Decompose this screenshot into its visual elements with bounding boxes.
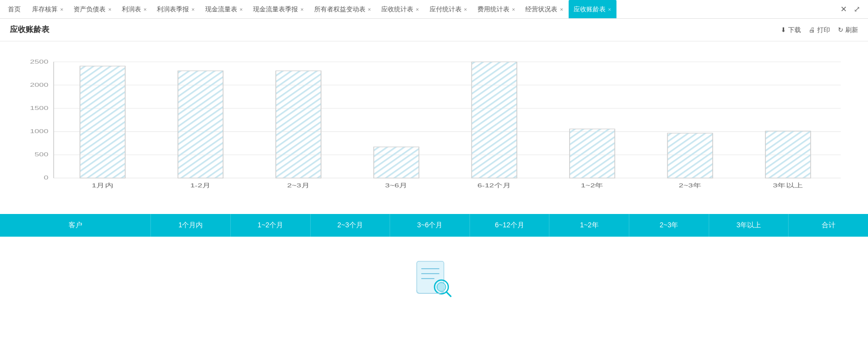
- tab-close-ar-stats[interactable]: ×: [416, 6, 419, 12]
- bar-3-6month: [374, 147, 419, 178]
- tab-inventory[interactable]: 库存核算×: [27, 0, 69, 19]
- tab-label-ap-stats: 应付统计表: [430, 5, 462, 14]
- tab-ar-stats[interactable]: 应收统计表×: [376, 0, 424, 19]
- tab-ar-aging[interactable]: 应收账龄表×: [569, 0, 616, 19]
- table-header-cell-9: 合计: [789, 214, 868, 237]
- svg-text:500: 500: [35, 151, 48, 158]
- table-header-cell-8: 3年以上: [709, 214, 789, 237]
- tab-cashflow[interactable]: 现金流量表×: [200, 0, 248, 19]
- svg-text:2500: 2500: [30, 58, 48, 65]
- tab-label-profit-quarterly: 利润表季报: [157, 5, 189, 14]
- tab-close-balance-sheet[interactable]: ×: [108, 6, 111, 12]
- page-title: 应收账龄表: [10, 25, 49, 35]
- header-actions: ⬇ 下载 🖨 打印 ↻ 刷新: [781, 26, 858, 35]
- table-header-cell-1: 1个月内: [151, 214, 231, 237]
- tab-operations[interactable]: 经营状况表×: [520, 0, 568, 19]
- svg-text:1500: 1500: [30, 105, 48, 111]
- print-button[interactable]: 🖨 打印: [809, 26, 830, 35]
- svg-point-27: [437, 283, 446, 291]
- download-icon: ⬇: [781, 26, 786, 34]
- tab-label-cashflow: 现金流量表: [205, 5, 237, 14]
- main-content: 0 500 1000 1500 2000 2500: [0, 41, 868, 355]
- tab-label-ar-stats: 应收统计表: [381, 5, 413, 14]
- tab-label-equity: 所有者权益变动表: [314, 5, 365, 14]
- empty-state: [0, 237, 868, 320]
- tab-label-profit: 利润表: [122, 5, 141, 14]
- bar-2-3year: [667, 133, 713, 178]
- bar-1month: [80, 66, 125, 178]
- refresh-button[interactable]: ↻ 刷新: [838, 26, 858, 35]
- tab-close-cashflow-quarterly[interactable]: ×: [300, 6, 303, 12]
- svg-text:0: 0: [44, 175, 48, 181]
- svg-text:1月内: 1月内: [92, 182, 113, 189]
- svg-text:1~2年: 1~2年: [581, 182, 604, 189]
- download-button[interactable]: ⬇ 下载: [781, 26, 801, 35]
- bar-6-12month: [471, 62, 517, 178]
- window-close-button[interactable]: ✕: [838, 3, 849, 15]
- svg-text:2~3年: 2~3年: [679, 182, 701, 189]
- svg-text:2~3月: 2~3月: [287, 182, 310, 189]
- page-header: 应收账龄表 ⬇ 下载 🖨 打印 ↻ 刷新: [0, 19, 868, 41]
- svg-text:6-12个月: 6-12个月: [477, 182, 511, 189]
- table-header-cell-0: 客户: [0, 214, 151, 237]
- tab-ap-stats[interactable]: 应付统计表×: [425, 0, 472, 19]
- tab-close-ar-aging[interactable]: ×: [608, 6, 611, 12]
- empty-icon: [409, 256, 459, 301]
- table-header-cell-3: 2~3个月: [311, 214, 391, 237]
- table-header-cell-4: 3~6个月: [390, 214, 470, 237]
- svg-text:3~6月: 3~6月: [385, 182, 408, 189]
- tab-bar: 首页 库存核算×资产负债表×利润表×利润表季报×现金流量表×现金流量表季报×所有…: [0, 0, 868, 19]
- svg-text:3年以上: 3年以上: [773, 182, 803, 189]
- table-header-cell-6: 1~2年: [549, 214, 629, 237]
- svg-line-28: [446, 292, 451, 296]
- table-header-cell-5: 6~12个月: [470, 214, 550, 237]
- tab-bar-actions: ✕ ⤢: [838, 3, 866, 15]
- tab-label-cashflow-quarterly: 现金流量表季报: [253, 5, 298, 14]
- refresh-icon: ↻: [838, 26, 843, 34]
- svg-text:1000: 1000: [30, 128, 48, 135]
- tab-close-profit-quarterly[interactable]: ×: [191, 6, 194, 12]
- tab-close-equity[interactable]: ×: [368, 6, 371, 12]
- bar-chart: 0 500 1000 1500 2000 2500: [20, 51, 848, 199]
- tab-balance-sheet[interactable]: 资产负债表×: [69, 0, 116, 19]
- bar-1-2month: [178, 71, 223, 178]
- bar-2-3month: [276, 71, 321, 178]
- tab-label-operations: 经营状况表: [525, 5, 557, 14]
- window-maximize-button[interactable]: ⤢: [852, 3, 862, 15]
- tab-profit-quarterly[interactable]: 利润表季报×: [152, 0, 200, 19]
- tab-close-ap-stats[interactable]: ×: [464, 6, 467, 12]
- tab-close-inventory[interactable]: ×: [60, 6, 63, 12]
- svg-text:2000: 2000: [30, 81, 48, 88]
- tab-equity[interactable]: 所有者权益变动表×: [309, 0, 376, 19]
- chart-container: 0 500 1000 1500 2000 2500: [20, 51, 848, 199]
- table-header: 客户1个月内1~2个月2~3个月3~6个月6~12个月1~2年2~3年3年以上合…: [0, 214, 868, 237]
- tab-label-balance-sheet: 资产负债表: [73, 5, 106, 14]
- tab-cashflow-quarterly[interactable]: 现金流量表季报×: [248, 0, 309, 19]
- tab-close-profit[interactable]: ×: [144, 6, 146, 12]
- table-header-cell-2: 1~2个月: [231, 214, 311, 237]
- tab-expense-stats[interactable]: 费用统计表×: [472, 0, 520, 19]
- bar-1-2year: [570, 129, 615, 178]
- bar-3plus-year: [765, 131, 811, 178]
- chart-area: 0 500 1000 1500 2000 2500: [0, 41, 868, 214]
- tab-close-expense-stats[interactable]: ×: [512, 6, 515, 12]
- tab-close-cashflow[interactable]: ×: [240, 6, 243, 12]
- tab-close-operations[interactable]: ×: [560, 6, 563, 12]
- tab-home[interactable]: 首页: [2, 0, 27, 19]
- print-icon: 🖨: [809, 26, 815, 34]
- tab-label-inventory: 库存核算: [32, 5, 58, 14]
- tab-label-ar-aging: 应收账龄表: [574, 5, 606, 14]
- tab-label-expense-stats: 费用统计表: [477, 5, 509, 14]
- svg-text:1-2月: 1-2月: [190, 182, 211, 189]
- table-header-cell-7: 2~3年: [629, 214, 709, 237]
- tab-profit[interactable]: 利润表×: [117, 0, 152, 19]
